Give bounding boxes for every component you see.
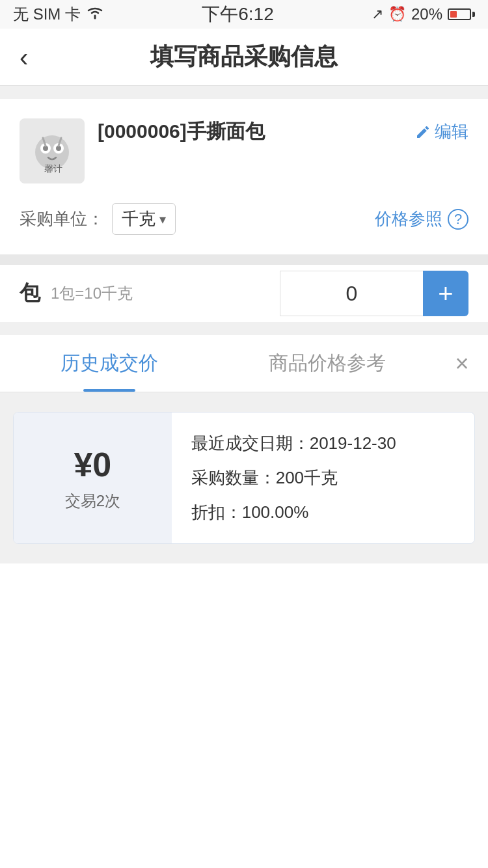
- unit-select[interactable]: 千克 ▾: [112, 203, 176, 235]
- purchase-unit-row: 采购单位： 千克 ▾ 价格参照 ?: [20, 203, 468, 254]
- quantity-plus-button[interactable]: +: [423, 271, 468, 316]
- bottom-area: [0, 563, 488, 868]
- product-row: 馨计 [0000006]手撕面包 编辑: [20, 118, 468, 183]
- tab-bar: 历史成交价 商品价格参考 ×: [0, 335, 488, 392]
- chevron-down-icon: ▾: [159, 211, 166, 227]
- product-card: 馨计 [0000006]手撕面包 编辑 采购单位： 千克 ▾: [0, 99, 488, 254]
- history-price-display: ¥0: [74, 445, 111, 484]
- quantity-input[interactable]: 0: [280, 271, 423, 316]
- price-symbol: ¥: [74, 446, 92, 483]
- quantity-unit-main: 包: [20, 279, 40, 308]
- history-card-right: 最近成交日期：2019-12-30 采购数量：200千克 折扣：100.00%: [172, 413, 474, 543]
- price-ref-label: 价格参照: [375, 208, 442, 230]
- tab-history-label: 历史成交价: [61, 350, 158, 377]
- purchase-unit-left: 采购单位： 千克 ▾: [20, 203, 176, 235]
- edit-label: 编辑: [435, 120, 468, 143]
- battery-icon: [448, 8, 475, 20]
- header: ‹ 填写商品采购信息: [0, 29, 488, 86]
- time-display: 下午6:12: [202, 2, 274, 27]
- quantity-unit-sub: 1包=10千克: [51, 283, 133, 304]
- page-title: 填写商品采购信息: [150, 41, 338, 73]
- history-qty-value: 200千克: [276, 468, 338, 487]
- history-trades-label: 交易2次: [65, 491, 120, 511]
- back-button[interactable]: ‹: [20, 44, 28, 70]
- history-qty-line: 采购数量：200千克: [191, 467, 455, 489]
- status-bar: 无 SIM 卡 下午6:12 ↗ ⏰ 20%: [0, 0, 488, 29]
- price-amount: 0: [92, 446, 111, 483]
- gray-divider: [0, 254, 488, 265]
- unit-value: 千克: [122, 208, 156, 230]
- product-info: [0000006]手撕面包 编辑: [98, 118, 468, 145]
- product-thumbnail: 馨计: [20, 118, 85, 183]
- quantity-value: 0: [346, 282, 358, 306]
- history-date-line: 最近成交日期：2019-12-30: [191, 432, 455, 455]
- history-discount-label: 折扣：: [191, 502, 242, 522]
- status-bar-left: 无 SIM 卡: [13, 4, 104, 25]
- history-qty-label: 采购数量：: [191, 468, 276, 487]
- product-name-row: [0000006]手撕面包 编辑: [98, 118, 468, 145]
- tab-price-ref-label: 商品价格参考: [269, 350, 386, 377]
- tab-history-price[interactable]: 历史成交价: [0, 335, 218, 392]
- sim-label: 无 SIM 卡: [13, 4, 81, 25]
- history-discount-line: 折扣：100.00%: [191, 501, 455, 524]
- edit-button[interactable]: 编辑: [415, 120, 468, 143]
- history-discount-value: 100.00%: [242, 502, 309, 522]
- location-icon: ↗: [372, 6, 383, 23]
- tab-price-ref[interactable]: 商品价格参考: [218, 335, 436, 392]
- product-name: [0000006]手撕面包: [98, 118, 265, 145]
- plus-icon: +: [438, 279, 453, 308]
- status-bar-right: ↗ ⏰ 20%: [372, 5, 475, 23]
- history-date-value: 2019-12-30: [310, 433, 396, 453]
- tab-close-button[interactable]: ×: [436, 350, 488, 377]
- help-icon: ?: [448, 209, 468, 230]
- battery-percent: 20%: [411, 5, 442, 23]
- history-date-label: 最近成交日期：: [191, 433, 310, 453]
- history-card-left: ¥0 交易2次: [14, 413, 172, 543]
- tab-active-indicator: [83, 389, 135, 392]
- quantity-left: 包 1包=10千克: [20, 279, 133, 308]
- alarm-icon: ⏰: [388, 6, 406, 23]
- quantity-right: 0 +: [280, 271, 468, 316]
- history-card: ¥0 交易2次 最近成交日期：2019-12-30 采购数量：200千克 折扣：…: [13, 412, 475, 544]
- close-icon: ×: [455, 350, 468, 377]
- purchase-unit-label: 采购单位：: [20, 208, 104, 230]
- wifi-icon: [86, 5, 104, 23]
- quantity-row: 包 1包=10千克 0 +: [0, 265, 488, 322]
- price-ref-button[interactable]: 价格参照 ?: [375, 208, 468, 230]
- svg-text:馨计: 馨计: [44, 163, 62, 174]
